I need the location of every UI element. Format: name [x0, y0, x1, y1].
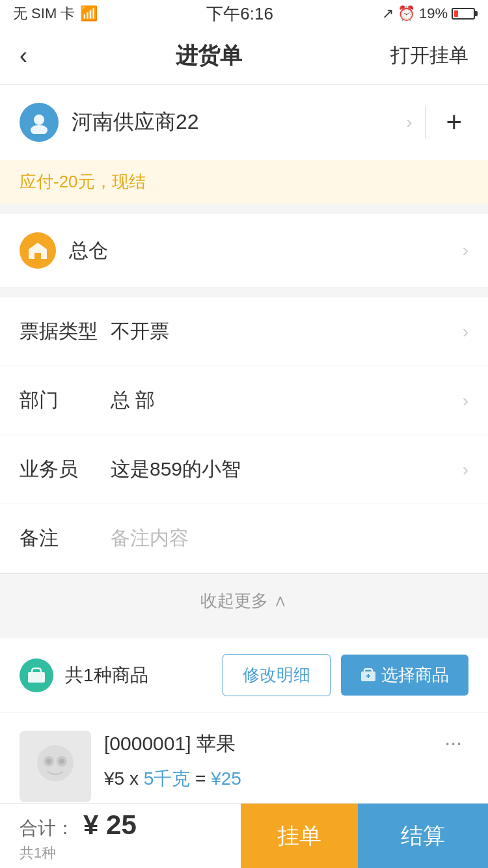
collapse-bar[interactable]: 收起更多 ∧	[0, 573, 488, 628]
invoice-type-row[interactable]: 票据类型 不开票 ›	[0, 297, 488, 366]
department-row[interactable]: 部门 总 部 ›	[0, 366, 488, 435]
warehouse-icon	[20, 232, 56, 269]
product-total: ¥25	[211, 768, 241, 789]
status-left: 无 SIM 卡 📶	[13, 4, 98, 23]
supplier-row[interactable]: 河南供应商22 › +	[0, 85, 488, 160]
page-title: 进货单	[176, 41, 242, 71]
products-section: 共1种商品 修改明细 选择商品	[0, 638, 488, 821]
product-code: [0000001]	[104, 733, 191, 754]
supplier-name: 河南供应商22	[72, 108, 406, 137]
product-title: 苹果	[197, 733, 236, 754]
status-time: 下午6:16	[206, 3, 273, 25]
department-chevron-icon: ›	[463, 390, 468, 411]
edit-detail-button[interactable]: 修改明细	[223, 654, 331, 696]
status-bar: 无 SIM 卡 📶 下午6:16 ↗ ⏰ 19%	[0, 0, 488, 27]
products-header: 共1种商品 修改明细 选择商品	[0, 638, 488, 712]
warehouse-chevron-icon: ›	[463, 240, 468, 261]
total-text-wrap: 合计： ¥ 25 共1种	[20, 809, 137, 863]
supplier-chevron-icon: ›	[406, 112, 412, 133]
remark-value: 备注内容	[111, 525, 468, 552]
nav-bar: ‹ 进货单 打开挂单	[0, 27, 488, 85]
product-unit-price: ¥5	[104, 768, 124, 789]
checkout-button[interactable]: 结算	[358, 804, 488, 868]
department-label: 部门	[20, 387, 111, 414]
supplier-divider	[425, 106, 426, 139]
remark-row[interactable]: 备注 备注内容	[0, 504, 488, 573]
department-value: 总 部	[111, 387, 463, 414]
warehouse-section: 总仓 ›	[0, 214, 488, 287]
product-info: [0000001] 苹果 ¥5 x 5千克 = ¥25	[104, 731, 438, 791]
form-section: 票据类型 不开票 › 部门 总 部 › 业务员 这是859的小智 › 备注 备注…	[0, 297, 488, 628]
total-amount: ¥ 25	[83, 809, 137, 841]
salesperson-row[interactable]: 业务员 这是859的小智 ›	[0, 435, 488, 504]
supplier-avatar	[20, 103, 59, 142]
location-icon: ↗	[382, 5, 394, 22]
invoice-type-label: 票据类型	[20, 318, 111, 345]
sim-label: 无 SIM 卡	[13, 4, 75, 23]
svg-point-10	[46, 759, 51, 764]
select-product-button[interactable]: 选择商品	[341, 655, 468, 696]
remark-label: 备注	[20, 525, 111, 552]
supplier-section: 河南供应商22 › + 应付-20元，现结	[0, 85, 488, 204]
battery-percent: 19%	[419, 5, 448, 22]
svg-point-1	[31, 125, 47, 134]
product-multiply: x	[129, 768, 144, 789]
invoice-type-value: 不开票	[111, 318, 463, 345]
add-supplier-button[interactable]: +	[439, 107, 468, 138]
open-pending-button[interactable]: 打开挂单	[390, 42, 468, 69]
pending-button[interactable]: 挂单	[241, 804, 358, 868]
select-product-label: 选择商品	[381, 664, 449, 686]
product-menu-button[interactable]: ···	[438, 731, 468, 755]
invoice-type-chevron-icon: ›	[463, 321, 468, 342]
bottom-bar: 合计： ¥ 25 共1种 挂单 结算	[0, 803, 488, 868]
wifi-icon: 📶	[80, 5, 98, 22]
salesperson-label: 业务员	[20, 456, 111, 483]
total-section: 合计： ¥ 25 共1种	[0, 804, 241, 868]
warehouse-row[interactable]: 总仓 ›	[0, 214, 488, 287]
salesperson-chevron-icon: ›	[463, 459, 468, 480]
product-equals: =	[195, 768, 211, 789]
alarm-icon: ⏰	[398, 5, 415, 22]
svg-rect-3	[28, 672, 45, 683]
products-count: 共1种商品	[65, 663, 223, 688]
total-label: 合计：	[20, 816, 74, 841]
svg-point-11	[59, 759, 64, 764]
product-price: ¥5 x 5千克 = ¥25	[104, 766, 438, 791]
status-right: ↗ ⏰ 19%	[382, 5, 475, 22]
products-icon	[20, 658, 53, 692]
product-quantity: 5千克	[144, 768, 191, 789]
back-button[interactable]: ‹	[20, 42, 27, 70]
product-thumbnail	[20, 731, 91, 802]
total-count: 共1种	[20, 843, 137, 863]
svg-point-7	[37, 745, 74, 781]
battery-icon	[452, 8, 475, 20]
svg-point-0	[34, 115, 44, 125]
svg-rect-2	[34, 253, 41, 259]
info-banner: 应付-20元，现结	[0, 160, 488, 204]
warehouse-name: 总仓	[69, 237, 463, 264]
product-name: [0000001] 苹果	[104, 731, 438, 757]
salesperson-value: 这是859的小智	[111, 456, 463, 483]
